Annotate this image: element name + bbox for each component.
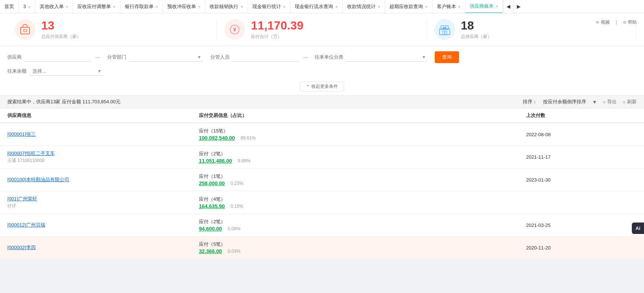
nav-tab-cash-bank-stat[interactable]: 现金银行统计 × (248, 0, 290, 13)
pay-title-3: 应付（4笔） (199, 196, 225, 203)
filter-row-1: 供应商 ··· 分管部门 ▼ 分管人员 ··· 往来单位分类 ▼ 查询 (7, 51, 637, 63)
last-pay-0: 2022-08-08 (526, 132, 637, 137)
pay-percent-4: 0.08% (228, 226, 240, 231)
total-supplier-icon (434, 19, 455, 40)
supplier-link-2[interactable]: [000100]本特勤油品有限公司 (7, 177, 69, 182)
payable-suppliers-count: 13 (41, 19, 81, 32)
supplier-info-2: [000100]本特勤油品有限公司 (7, 176, 199, 183)
nav-tab-collection[interactable]: 收款核销执行 × (205, 0, 248, 13)
nav-tab-supplier-ledger-close[interactable]: × (496, 4, 498, 8)
nav-tab-adjustment-close[interactable]: × (113, 4, 115, 9)
pay-info-2: 应付（1笔） 258,000.00 0.23% (199, 173, 526, 186)
supplier-sub-1: 王通 17106110000 (7, 158, 199, 164)
pay-info-5: 应付（5笔） 32,366.00 0.03% (199, 241, 526, 254)
dept-filter-label: 分管部门 (107, 54, 126, 61)
nav-tab-supplier-ledger-label: 供应商账本 (470, 3, 494, 10)
nav-tab-cash-flow-close[interactable]: × (335, 4, 337, 9)
export-button[interactable]: ○ 导出 (603, 99, 617, 105)
nav-tab-home[interactable]: 首页 (0, 0, 19, 13)
collapse-chevron-up-icon: ⌃ (306, 84, 310, 89)
nav-tab-collection-stat-close[interactable]: × (378, 4, 380, 9)
supplier-info-5: [000002]李四 (7, 244, 199, 251)
person-filter-input[interactable] (232, 53, 299, 62)
nav-tab-collection-close[interactable]: × (241, 4, 243, 9)
nav-next-arrow[interactable]: ▶ (513, 0, 524, 13)
help-link[interactable]: ⊙ 帮助 (623, 19, 637, 25)
dept-filter-select[interactable] (129, 53, 203, 62)
nav-tab-advance-label: 预收冲应收单 (167, 3, 196, 10)
supplier-link-5[interactable]: [000002]李四 (7, 245, 36, 250)
supplier-link-3[interactable]: [001]广州荣轩 (7, 196, 37, 201)
svg-rect-7 (445, 31, 447, 35)
pay-percent-3: 0.15% (231, 204, 243, 209)
pay-percent-1: 9.89% (238, 158, 251, 163)
nav-tab-3-close[interactable]: × (28, 4, 30, 9)
nav-tab-advance[interactable]: 预收冲应收单 × (163, 0, 205, 13)
top-navigation: 首页 3 × 其他收入单 × 应收应付调整单 × 银行存取款单 × 预收冲应收单… (0, 0, 644, 13)
nav-tab-cash-bank-stat-close[interactable]: × (283, 4, 286, 9)
nav-tab-overdue[interactable]: 超期应收款查询 × (385, 0, 432, 13)
person-ellipsis[interactable]: ··· (303, 54, 308, 60)
col-header-payable: 应付交易信息（占比） (199, 112, 526, 119)
pay-amount-row-0: 100,092,540.00 89.61% (199, 135, 526, 141)
person-filter-label: 分管人员 (210, 54, 230, 61)
supplier-link-1[interactable]: [000007]恒旺二手叉车 (7, 151, 55, 156)
nav-tab-other-income[interactable]: 其他收入单 × (35, 0, 73, 13)
sort-chevron-down-icon[interactable]: ▼ (592, 99, 597, 105)
supplier-table: 供应商信息 应付交易信息（占比） 上次付数 [000001]张三 应付（15笔）… (0, 108, 644, 259)
nav-tab-adjustment[interactable]: 应收应付调整单 × (73, 0, 120, 13)
summary-card-payable-suppliers: 13 总应付供应商（家） (7, 19, 217, 40)
supplier-ellipsis[interactable]: ··· (95, 54, 100, 60)
refresh-button[interactable]: ○ 刷新 (623, 99, 637, 105)
pay-amount-row-2: 258,000.00 0.23% (199, 180, 526, 186)
pay-amount-3[interactable]: 164,635.90 (199, 203, 225, 209)
nav-prev-arrow[interactable]: ◀ (503, 0, 513, 13)
sort-value[interactable]: 按应付余额倒序排序 (543, 99, 586, 105)
nav-tab-cash-bank-stat-label: 现金银行统计 (252, 3, 281, 10)
nav-tab-collection-stat[interactable]: 收款情况统计 × (343, 0, 385, 13)
pay-amount-5[interactable]: 32,366.00 (199, 248, 222, 254)
nav-tab-3[interactable]: 3 × (19, 0, 35, 13)
category-select-wrapper: ▼ (346, 53, 427, 62)
pay-amount-1[interactable]: 11,051,486.00 (199, 158, 232, 164)
svg-rect-8 (443, 27, 444, 28)
pay-info-3: 应付（4笔） 164,635.90 0.15% (199, 196, 526, 209)
filter-dept: 分管部门 ▼ (107, 53, 203, 62)
result-info-text: 搜索结果中，供应商13家 应付金额 111,703,854.00元 (7, 99, 120, 105)
nav-tab-cash-flow[interactable]: 现金银行流水查询 × (290, 0, 342, 13)
nav-tab-bank-deposit[interactable]: 银行存取款单 × (120, 0, 163, 13)
video-link[interactable]: ⊙ 视频 (596, 19, 609, 25)
pay-row-5: 应付（5笔） (199, 241, 526, 248)
nav-tab-bank-deposit-close[interactable]: × (156, 4, 158, 9)
filter-category: 往来单位分类 ▼ (315, 53, 427, 62)
balance-filter-select[interactable] (29, 67, 103, 76)
sort-label: 排序： (523, 99, 537, 105)
query-button[interactable]: 查询 (435, 51, 459, 63)
svg-rect-1 (24, 30, 27, 32)
collapse-conditions-button[interactable]: ⌃ 收起更多条件 (300, 82, 344, 92)
pay-title-4: 应付（2笔） (199, 218, 225, 225)
nav-tab-customer-ledger-close[interactable]: × (458, 4, 461, 9)
nav-tab-overdue-close[interactable]: × (425, 4, 427, 9)
pay-amount-2[interactable]: 258,000.00 (199, 180, 225, 186)
supplier-link-4[interactable]: [000012]广州贝瑞 (7, 222, 45, 228)
pay-amount-0[interactable]: 100,092,540.00 (199, 135, 235, 141)
nav-tab-supplier-ledger[interactable]: 供应商账本 × (465, 0, 503, 13)
nav-tab-customer-ledger-label: 客户账本 (437, 3, 456, 10)
balance-filter-label: 往来余额 (7, 68, 27, 75)
table-row: [000002]李四 应付（5笔） 32,366.00 0.03% 2020-1… (0, 237, 644, 259)
pay-info-4: 应付（2笔） 94,600.00 0.08% (199, 218, 526, 232)
pay-amount-4[interactable]: 94,600.00 (199, 226, 222, 232)
nav-tab-other-income-close[interactable]: × (66, 4, 68, 9)
supplier-link-0[interactable]: [000001]张三 (7, 131, 36, 137)
supplier-info-0: [000001]张三 (7, 131, 199, 138)
nav-tab-advance-close[interactable]: × (198, 4, 200, 9)
nav-tab-customer-ledger[interactable]: 客户账本 × (433, 0, 465, 13)
table-header: 供应商信息 应付交易信息（占比） 上次付数 (0, 108, 644, 123)
category-filter-select[interactable] (346, 53, 427, 62)
pay-amount-row-5: 32,366.00 0.03% (199, 248, 526, 254)
ai-assistant-button[interactable]: Ai (632, 223, 644, 234)
filter-person: 分管人员 ··· (210, 53, 308, 62)
summary-area: 13 总应付供应商（家） ¥ 11,170.39 应付合计（万） (0, 13, 644, 46)
supplier-filter-input[interactable] (25, 53, 91, 62)
